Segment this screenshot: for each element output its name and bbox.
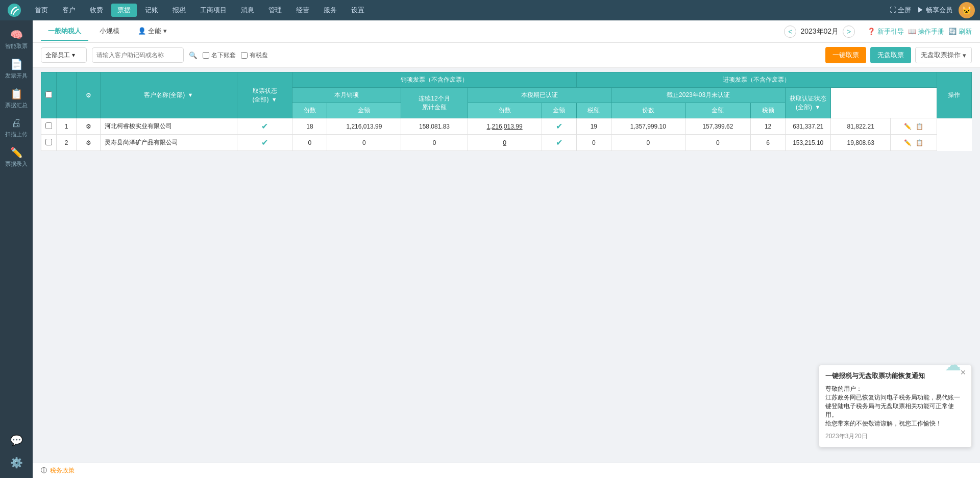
table-wrapper: ⚙ 客户名称(全部) ▼ 取票状态(全部) ▼ 销项发票（不含作废票） 进项发票…: [33, 68, 980, 151]
select-all-checkbox[interactable]: [45, 91, 52, 98]
date-next-btn[interactable]: >: [843, 26, 855, 38]
row1-sale-amount: 1,216,013.99: [327, 118, 401, 135]
row2-take-status: ✔: [237, 135, 292, 151]
has-tax-disk-checkbox[interactable]: [241, 52, 248, 59]
sidebar-item-invoice-open[interactable]: 📄 发票开具: [0, 54, 33, 84]
row1-gear[interactable]: ⚙: [77, 118, 101, 135]
search-button[interactable]: 🔍: [189, 52, 198, 59]
ops-dropdown-icon: ▾: [963, 52, 966, 59]
nav-right: ⛶ 全屏 ▶ 畅享会员 🐱: [890, 2, 975, 18]
row2-sale-amount: 0: [327, 135, 401, 151]
tax-policy-link[interactable]: 税务政策: [50, 466, 75, 475]
nav-tax[interactable]: 报税: [166, 4, 192, 17]
notification-close-btn[interactable]: ✕: [960, 368, 966, 376]
sidebar-label-scan: 扫描上传: [5, 131, 28, 138]
sidebar-item-invoice-summary[interactable]: 📋 票据汇总: [0, 84, 33, 113]
nav-accounting[interactable]: 记账: [139, 4, 164, 17]
date-prev-btn[interactable]: <: [784, 26, 796, 38]
th-purchase-group: 进项发票（不含作废票）: [576, 72, 937, 88]
sidebar-label-open: 发票开具: [5, 72, 28, 80]
fullscreen-btn[interactable]: ⛶ 全屏: [890, 6, 912, 15]
gear-icon: ⚙️: [10, 457, 23, 469]
row2-sale-tax: 0: [401, 135, 468, 151]
row1-edit-btn[interactable]: ✏️: [904, 123, 912, 130]
tab-small-scale[interactable]: 小规模: [92, 22, 127, 41]
notification-apology: 给您带来的不便敬请谅解，祝您工作愉快！: [825, 419, 965, 428]
row1-ops: ✏️ 📋: [891, 118, 937, 135]
invoice-open-icon: 📄: [10, 58, 23, 70]
row2-cert-amount: 0: [611, 135, 685, 151]
invoice-table: ⚙ 客户名称(全部) ▼ 取票状态(全部) ▼ 销项发票（不含作废票） 进项发票…: [41, 72, 972, 151]
nav-service[interactable]: 服务: [317, 4, 343, 17]
notification-body: 尊敬的用户： 江苏政务网已恢复访问电子税务局功能，易代账一键登陆电子税务局与无盘…: [825, 385, 965, 441]
nav-settings[interactable]: 设置: [345, 4, 371, 17]
row1-cert-amount: 1,357,999.10: [611, 118, 685, 135]
member-btn[interactable]: ▶ 畅享会员: [917, 6, 952, 15]
action-bar-right: ❓ 新手引导 📖 操作手册 🔄 刷新: [867, 27, 972, 36]
th-take-status: 取票状态(全部) ▼: [237, 72, 292, 118]
tab-general-taxpayer[interactable]: 一般纳税人: [41, 22, 88, 41]
sidebar-item-chat[interactable]: 💬: [8, 430, 25, 450]
sub-tabs-bar: 一般纳税人 小规模 👤 全能 ▾ < 2023年02月 > ❓ 新手引导 📖 操…: [33, 20, 980, 43]
th-uncert-tax: 税额: [751, 103, 786, 118]
user-avatar[interactable]: 🐱: [959, 2, 975, 18]
row2-cert-tax: 0: [685, 135, 750, 151]
row1-checkbox[interactable]: [41, 118, 57, 135]
row2-view-btn[interactable]: 📋: [916, 139, 923, 146]
row1-cumulative[interactable]: 1,216,013.99: [468, 118, 542, 135]
nav-message[interactable]: 消息: [235, 4, 260, 17]
notification-panel: ☁ ✕ 一键报税与无盘取票功能恢复通知 尊敬的用户： 江苏政务网已恢复访问电子税…: [819, 365, 972, 447]
employee-select[interactable]: 全部员工 ▾: [41, 47, 87, 63]
row2-ops: ✏️ 📋: [891, 135, 937, 151]
sidebar-label-entry: 票据录入: [5, 160, 28, 168]
row1-sale-tax: 158,081.83: [401, 118, 468, 135]
th-cumulative: 连续12个月累计金额: [401, 88, 468, 118]
date-display: 2023年02月: [800, 27, 839, 36]
sidebar-item-invoice-entry[interactable]: ✏️ 票据录入: [0, 142, 33, 172]
nav-invoice[interactable]: 票据: [111, 4, 137, 17]
row1-uncert-tax: 81,822.21: [831, 118, 891, 135]
sidebar-item-settings[interactable]: ⚙️: [8, 452, 25, 473]
diskless-ticket-btn[interactable]: 无盘取票: [870, 47, 911, 63]
th-uncertified: 截止2023年03月未认证: [611, 88, 785, 103]
refresh-link[interactable]: 🔄 刷新: [948, 27, 972, 36]
row1-cert-status: ✔: [542, 118, 576, 135]
th-sale-amount: 金额: [327, 103, 401, 118]
nav-home[interactable]: 首页: [29, 4, 54, 17]
search-input[interactable]: [92, 47, 184, 63]
nav-customer[interactable]: 客户: [56, 4, 82, 17]
th-company: 客户名称(全部) ▼: [100, 72, 237, 118]
row1-uncert-amount: 631,337.21: [786, 118, 831, 135]
th-cert-amount: 金额: [542, 103, 576, 118]
table-row: 1 ⚙ 河北柯睿梭实业有限公司 ✔ 18 1,216,013.99 158,08…: [41, 118, 972, 135]
nav-business[interactable]: 工商项目: [194, 4, 233, 17]
notification-date: 2023年3月20日: [825, 432, 965, 441]
nav-manage[interactable]: 管理: [262, 4, 288, 17]
sidebar-item-scan-upload[interactable]: 🖨 扫描上传: [0, 113, 33, 142]
checkbox-own-account[interactable]: 名下账套: [203, 51, 236, 60]
manual-link[interactable]: 📖 操作手册: [908, 27, 945, 36]
row2-gear[interactable]: ⚙: [77, 135, 101, 151]
nav-operation[interactable]: 经营: [290, 4, 315, 17]
sidebar-item-smart-ticket[interactable]: 🧠 智能取票: [0, 24, 33, 54]
notification-content: 江苏政务网已恢复访问电子税务局功能，易代账一键登陆电子税务局与无盘取票相关功能可…: [825, 393, 965, 419]
row2-checkbox[interactable]: [41, 135, 57, 151]
row2-uncert-amount: 153,215.10: [786, 135, 831, 151]
main-content: 一般纳税人 小规模 👤 全能 ▾ < 2023年02月 > ❓ 新手引导 📖 操…: [33, 20, 980, 478]
filter-bar-right: 一键取票 无盘取票 无盘取票操作 ▾: [825, 47, 972, 63]
row2-cumulative[interactable]: 0: [468, 135, 542, 151]
checkbox-has-tax-disk[interactable]: 有税盘: [241, 51, 268, 60]
tab-all-in-one[interactable]: 👤 全能 ▾: [131, 22, 174, 41]
row2-sale-count: 0: [292, 135, 327, 151]
row2-edit-btn[interactable]: ✏️: [904, 139, 912, 146]
row1-cert-count: 19: [576, 118, 611, 135]
new-guide-link[interactable]: ❓ 新手引导: [867, 27, 904, 36]
row1-view-btn[interactable]: 📋: [916, 123, 923, 130]
nav-fee[interactable]: 收费: [84, 4, 109, 17]
one-click-ticket-btn[interactable]: 一键取票: [825, 47, 866, 63]
own-account-checkbox[interactable]: [203, 52, 209, 59]
table-row: 2 ⚙ 灵寿县尚泽矿产品有限公司 ✔ 0 0 0 0 ✔ 0 0 0 6 153…: [41, 135, 972, 151]
diskless-ops-btn[interactable]: 无盘取票操作 ▾: [915, 47, 972, 63]
th-cert-count: 份数: [468, 103, 542, 118]
th-cert-tax: 税额: [576, 103, 611, 118]
